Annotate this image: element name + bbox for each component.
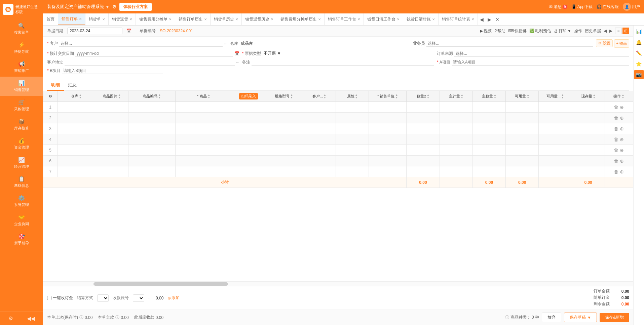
- tab-close-icon[interactable]: ✕: [169, 17, 172, 21]
- product-count-icon[interactable]: ⓘ: [505, 315, 509, 320]
- cell-1-14[interactable]: [539, 102, 572, 113]
- cell-4-13[interactable]: [506, 134, 539, 145]
- tab-销售订单工作台[interactable]: 销售订单工作台✕: [325, 13, 364, 25]
- cell-5-1[interactable]: [58, 145, 95, 156]
- sidebar-item-经营管理[interactable]: 📈经营管理: [0, 153, 43, 172]
- copy-icon[interactable]: ⊕: [620, 126, 624, 131]
- order-source-input[interactable]: [454, 50, 629, 57]
- cell-2-5[interactable]: [232, 113, 265, 123]
- cell-5-12[interactable]: [472, 145, 505, 156]
- cell-6-1[interactable]: [58, 156, 95, 166]
- cell-6-15[interactable]: [572, 156, 605, 166]
- cell-2-2[interactable]: [95, 113, 128, 123]
- cell-2-8[interactable]: [336, 113, 369, 123]
- sort-icon[interactable]: ▲▼: [324, 94, 326, 99]
- add-payment-button[interactable]: ⊕ 添加: [167, 295, 180, 301]
- cell-7-5[interactable]: [232, 166, 265, 177]
- sort-icon[interactable]: ▲▼: [527, 94, 529, 99]
- cell-4-11[interactable]: [440, 134, 472, 145]
- cell-7-10[interactable]: [407, 166, 440, 177]
- cell-5-15[interactable]: [572, 145, 605, 156]
- action-button[interactable]: 操作: [574, 28, 582, 34]
- tab-首页[interactable]: 首页: [43, 13, 58, 25]
- tab-钱货日清工作台[interactable]: 钱货日清工作台✕: [364, 13, 403, 25]
- tab-销售订单[interactable]: 销售订单✕: [58, 13, 85, 25]
- scan-button[interactable]: 扫码录入: [239, 93, 258, 99]
- sort-icon[interactable]: ▲▼: [79, 94, 82, 99]
- cell-6-2[interactable]: [95, 156, 128, 166]
- cell-5-11[interactable]: [440, 145, 472, 156]
- cell-3-3[interactable]: [128, 123, 175, 134]
- cell-4-10[interactable]: [407, 134, 440, 145]
- tab-next-btn[interactable]: ▶: [486, 13, 493, 25]
- cell-4-5[interactable]: [232, 134, 265, 145]
- cell-1-1[interactable]: [58, 102, 95, 113]
- cell-1-13[interactable]: [506, 102, 539, 113]
- auto-collect-checkbox[interactable]: 一键收订金: [47, 295, 73, 301]
- cell-7-13[interactable]: [506, 166, 539, 177]
- cell-4-9[interactable]: [369, 134, 407, 145]
- tab-销售费用分摊单历史[interactable]: 销售费用分摊单历史✕: [277, 13, 325, 25]
- cell-3-11[interactable]: [440, 123, 472, 134]
- cell-2-6[interactable]: [265, 113, 303, 123]
- cell-3-5[interactable]: [232, 123, 265, 134]
- sidebar-item-销售管理[interactable]: 📊销售管理: [0, 77, 43, 96]
- copy-icon[interactable]: ⊕: [620, 158, 624, 164]
- sidebar-item-快捷导航[interactable]: ⚡快捷导航: [0, 38, 43, 57]
- cell-4-1[interactable]: [58, 134, 95, 145]
- tab-销售订单统计表[interactable]: 销售订单统计表✕: [439, 13, 478, 25]
- tab-销货退货历史[interactable]: 销货退货历史✕: [242, 13, 277, 25]
- sidebar-item-库存核算[interactable]: 📦库存核算: [0, 115, 43, 134]
- right-panel-edit-icon[interactable]: ✏️: [634, 48, 644, 58]
- cell-6-10[interactable]: [407, 156, 440, 166]
- cell-4-4[interactable]: [175, 134, 232, 145]
- sidebar-item-系统管理[interactable]: ⚙️系统管理: [0, 192, 43, 211]
- delete-icon[interactable]: 🗑: [614, 137, 618, 142]
- sort-icon[interactable]: ▲▼: [494, 94, 496, 99]
- video-button[interactable]: ▶ 视频: [480, 28, 492, 34]
- cell-5-5[interactable]: [232, 145, 265, 156]
- cell-7-3[interactable]: [128, 166, 175, 177]
- payment-method-select[interactable]: [97, 294, 109, 302]
- sort-icon[interactable]: ▲▼: [427, 94, 429, 99]
- sort-icon[interactable]: ▲▼: [621, 94, 624, 99]
- delete-icon[interactable]: 🗑: [614, 148, 618, 153]
- cell-1-15[interactable]: [572, 102, 605, 113]
- cell-4-8[interactable]: [336, 134, 369, 145]
- cell-3-4[interactable]: [175, 123, 232, 134]
- sort-icon[interactable]: ▲▼: [355, 94, 358, 99]
- cell-1-10[interactable]: [407, 102, 440, 113]
- cell-3-15[interactable]: [572, 123, 605, 134]
- user-menu-button[interactable]: 👤 用户: [623, 3, 640, 11]
- solution-button[interactable]: 体验行业方案: [119, 3, 152, 11]
- tab-钱货日清对账[interactable]: 钱货日清对账✕: [403, 13, 439, 25]
- discard-button[interactable]: 放弃: [542, 313, 561, 322]
- cell-5-4[interactable]: [175, 145, 232, 156]
- sidebar-collapse-icon[interactable]: ◀◀: [27, 315, 35, 322]
- warehouse-dots-icon[interactable]: ···: [254, 41, 258, 46]
- horizontal-scrollbar[interactable]: [43, 281, 633, 286]
- tab-close-icon[interactable]: ✕: [271, 17, 273, 21]
- cell-5-14[interactable]: [539, 145, 572, 156]
- cell-6-8[interactable]: [336, 156, 369, 166]
- bank-account-select[interactable]: [133, 294, 144, 302]
- prev-balance-info-icon[interactable]: ⓘ: [79, 315, 83, 320]
- app-download-button[interactable]: 📱 App下载: [571, 4, 593, 10]
- cell-1-4[interactable]: [175, 102, 232, 113]
- add-goods-button[interactable]: + 物品: [614, 39, 629, 48]
- cell-2-15[interactable]: [572, 113, 605, 123]
- cell-7-2[interactable]: [95, 166, 128, 177]
- cell-2-14[interactable]: [539, 113, 572, 123]
- cell-7-14[interactable]: [539, 166, 572, 177]
- cell-3-8[interactable]: [336, 123, 369, 134]
- sidebar-item-新手引导[interactable]: 🎯新手引导: [0, 230, 43, 249]
- copy-icon[interactable]: ⊕: [620, 148, 624, 153]
- cell-7-15[interactable]: [572, 166, 605, 177]
- shortcut-button[interactable]: ⌨ 快捷键: [508, 28, 527, 34]
- inner-tab-汇总[interactable]: 汇总: [64, 80, 81, 91]
- tab-close-icon[interactable]: ✕: [79, 17, 82, 21]
- cell-4-12[interactable]: [472, 134, 505, 145]
- cell-2-13[interactable]: [506, 113, 539, 123]
- cell-3-1[interactable]: [58, 123, 95, 134]
- sidebar-item-资金管理[interactable]: 💰资金管理: [0, 134, 43, 153]
